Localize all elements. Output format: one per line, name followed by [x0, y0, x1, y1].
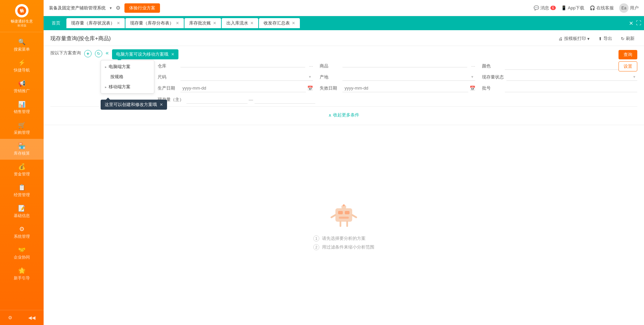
svg-rect-4 [345, 211, 350, 214]
goods-input[interactable] [342, 64, 467, 67]
tab-close-inventory-dist[interactable]: ✕ [176, 21, 179, 25]
filter-expire-date: 失效日期 📅 [320, 84, 475, 92]
produce-date-start[interactable] [180, 84, 306, 92]
filter-goods: 商品 ··· [320, 62, 475, 70]
batch-input[interactable] [505, 84, 637, 92]
sidebar-item-quick[interactable]: ⚡ 快捷导航 [0, 56, 44, 76]
tab-home[interactable]: 首页 [46, 18, 66, 28]
marketing-icon: 📢 [18, 80, 25, 87]
stock-status-select[interactable]: ▾ [506, 73, 637, 81]
user-btn[interactable]: Ea 用户 [619, 3, 639, 13]
filter-refresh-btn[interactable]: ↻ [95, 50, 102, 57]
sidebar: 畅 畅捷通好生意 标准版 🔍 搜索菜单 ⚡ 快捷导航 📢 营销推广 📊 销售管理… [0, 0, 44, 325]
expand-icon: ▸ [105, 65, 107, 69]
sidebar-item-basic[interactable]: 📝 基础信息 [0, 201, 44, 222]
goods-dots[interactable]: ··· [471, 63, 475, 69]
filter-add-btn[interactable]: + [84, 50, 92, 57]
online-service-btn[interactable]: 🎧 在线客服 [590, 5, 614, 11]
header-settings-btn[interactable]: ⚙ [116, 5, 120, 11]
tab-close-batch-ledger[interactable]: ✕ [213, 21, 216, 25]
sidebar-nav: 🔍 搜索菜单 ⚡ 快捷导航 📢 营销推广 📊 销售管理 🛒 采购管理 🏪 库存核… [0, 32, 44, 310]
filter-left-arrow-btn[interactable]: « [106, 50, 109, 56]
tab-inventory-status[interactable]: 现存量（库存状况表） ✕ [66, 18, 125, 28]
filter-stock-status: 现存量状态 ▾ [482, 73, 637, 81]
trial-button[interactable]: 体验行业方案 [124, 3, 160, 13]
enterprise-icon: 🤝 [18, 246, 25, 254]
goods-label: 商品 [320, 63, 340, 69]
tooltip1-close[interactable]: ✕ [171, 52, 174, 57]
system-dropdown[interactable]: ▾ [110, 6, 112, 10]
tree-item-spec[interactable]: 按规格 [101, 72, 154, 82]
sidebar-item-sales[interactable]: 📊 销售管理 [0, 97, 44, 118]
app-download-btn[interactable]: 📱 App下载 [561, 5, 584, 11]
warehouse-dots[interactable]: ··· [309, 63, 313, 69]
avatar: Ea [619, 3, 629, 13]
sidebar-item-enterprise[interactable]: 🤝 企业协同 [0, 243, 44, 264]
svg-text:畅: 畅 [20, 8, 24, 13]
tab-in-out-flow[interactable]: 出入库流水 ✕ [222, 18, 258, 28]
tab-close-inventory-status[interactable]: ✕ [117, 21, 120, 25]
filter-produce-date: 生产日期 📅 [158, 84, 313, 92]
system-title: 装备及固定资产辅助管理系统 [49, 5, 106, 11]
origin-label: 产地 [320, 74, 340, 80]
management-icon: 📋 [18, 184, 25, 191]
tree-item-desktop[interactable]: ▸ 电脑端方案 [101, 62, 154, 72]
svg-line-7 [352, 215, 356, 217]
tooltip2-close[interactable]: ✕ [160, 102, 163, 107]
finance-icon: 💰 [18, 163, 25, 170]
page-actions: 🖨 按模板打印 ▾ ⬆ 导出 ↻ 刷新 [556, 34, 637, 43]
search-button[interactable]: 查询 [619, 50, 637, 59]
tab-close-all-btn[interactable]: ✕ [629, 20, 633, 26]
tab-inventory-dist[interactable]: 现存量（库存分布表） ✕ [125, 18, 184, 28]
sidebar-item-search[interactable]: 🔍 搜索菜单 [0, 35, 44, 56]
print-icon: 🖨 [558, 36, 563, 41]
sidebar-item-purchase[interactable]: 🛒 采购管理 [0, 118, 44, 139]
tab-close-receive-summary[interactable]: ✕ [292, 21, 295, 25]
tree-item-mobile[interactable]: ▸ 移动端方案 [101, 82, 154, 92]
svg-rect-5 [339, 217, 349, 219]
tab-fullscreen-btn[interactable]: ⛶ [636, 20, 641, 26]
tab-batch-ledger[interactable]: 库存批次账 ✕ [184, 18, 221, 28]
search-icon: 🔍 [18, 38, 25, 46]
collapse-more-btn[interactable]: ∧ 收起更多条件 [50, 109, 637, 121]
sidebar-item-finance[interactable]: 💰 资金管理 [0, 160, 44, 180]
logo-text: 畅捷通好生意 [3, 19, 41, 23]
filter-label: 按以下方案查询 [50, 50, 81, 56]
stock-status-caret-icon: ▾ [633, 74, 635, 79]
filter-batch: 批号 [482, 84, 637, 92]
sidebar-item-marketing[interactable]: 📢 营销推广 [0, 76, 44, 97]
tab-close-in-out-flow[interactable]: ✕ [250, 21, 254, 25]
warehouse-input[interactable] [180, 64, 305, 67]
filter-warehouse: 仓库 ··· [158, 62, 313, 70]
expire-date-start[interactable] [342, 84, 468, 92]
origin-select[interactable]: ▾ [342, 73, 475, 81]
refresh-btn[interactable]: ↻ 刷新 [618, 34, 637, 43]
tab-bar-right: ✕ ⛶ [629, 20, 641, 26]
empty-illustration [329, 200, 359, 230]
sidebar-item-system[interactable]: ⚙ 系统管理 [0, 222, 44, 243]
export-btn[interactable]: ⬆ 导出 [596, 34, 615, 43]
filter-area: 按以下方案查询 + ↻ « 电脑方案可设为移动方案哦 ✕ [44, 46, 644, 125]
svg-rect-2 [335, 208, 352, 222]
produce-date-cal-icon[interactable]: 📅 [307, 86, 313, 91]
tab-receive-summary[interactable]: 收发存汇总表 ✕ [259, 18, 300, 28]
template-print-btn[interactable]: 🖨 按模板打印 ▾ [556, 34, 592, 43]
filter-stock-qty: 现存量（主） — [158, 96, 315, 104]
stock-qty-min[interactable] [186, 96, 248, 104]
color-select[interactable]: ▾ [505, 62, 637, 70]
sidebar-item-guide[interactable]: 🌟 新手引导 [0, 264, 44, 284]
sidebar-item-management[interactable]: 📋 经营管理 [0, 180, 44, 201]
logo-badge: 标准版 [3, 23, 41, 28]
top-header: 装备及固定资产辅助管理系统 ▾ ⚙ 体验行业方案 💬 消息 6 📱 App下载 … [44, 0, 644, 16]
expire-date-cal-icon[interactable]: 📅 [470, 86, 475, 91]
sidebar-collapse-btn[interactable]: ◀◀ [27, 314, 37, 322]
stock-qty-max[interactable] [255, 96, 316, 104]
sidebar-item-inventory[interactable]: 🏪 库存核算 [0, 139, 44, 160]
messages-btn[interactable]: 💬 消息 6 [534, 5, 556, 11]
reset-button[interactable]: 设置 [619, 61, 637, 71]
guide-icon: 🌟 [18, 267, 25, 274]
size-label: 尺码 [158, 74, 178, 80]
size-select[interactable]: ▾ [180, 73, 313, 81]
tip-num-2: 2 [313, 244, 319, 250]
sidebar-settings-btn[interactable]: ⚙ [7, 314, 14, 322]
